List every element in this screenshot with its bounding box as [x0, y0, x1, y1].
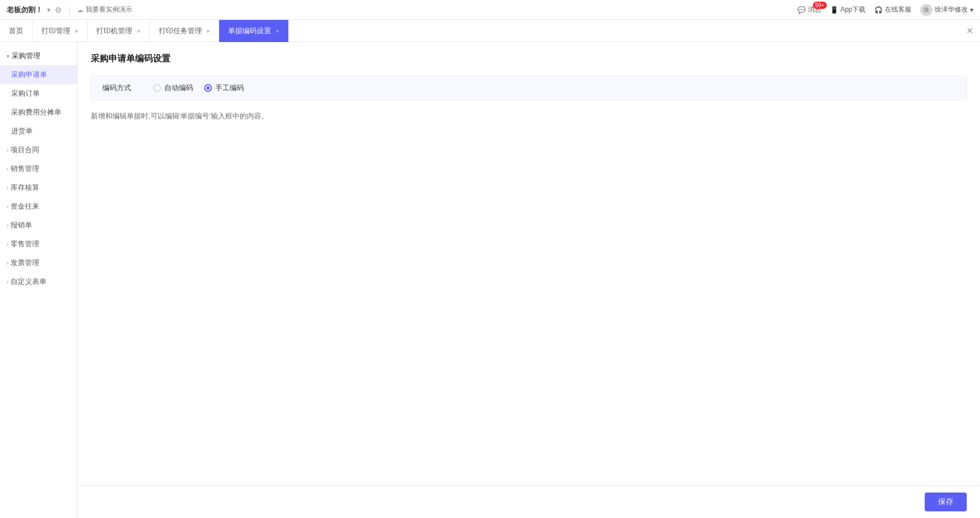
- expand-arrow-invoice: ›: [7, 260, 8, 266]
- sidebar-item-retail[interactable]: › 零售管理: [0, 235, 77, 253]
- sidebar-group-purchase: ▾ 采购管理 采购申请单 采购订单 采购费用分摊单 进货单: [0, 46, 77, 141]
- demo-link[interactable]: ☁ 我要看实例演示: [77, 5, 132, 14]
- username-text: 徐泽华修改: [935, 5, 968, 14]
- online-service-label: 在线客服: [885, 5, 911, 14]
- demo-text: 我要看实例演示: [86, 5, 132, 14]
- online-service-item[interactable]: 🎧 在线客服: [874, 5, 911, 14]
- tab-home[interactable]: 首页: [0, 20, 33, 42]
- page-content: 采购申请单编码设置 编码方式 自动编码 手工编码: [77, 42, 980, 485]
- message-badge: 99+: [813, 2, 827, 9]
- coding-section: 编码方式 自动编码 手工编码: [91, 76, 967, 100]
- sidebar-item-custom-form[interactable]: › 自定义表单: [0, 272, 77, 291]
- expand-arrow-inventory: ›: [7, 185, 8, 191]
- sidebar-item-inventory-label: 库存核算: [11, 183, 39, 193]
- radio-group: 自动编码 手工编码: [153, 83, 244, 93]
- sidebar-group-purchase-label: 采购管理: [12, 51, 40, 61]
- expand-arrow-sales: ›: [7, 166, 8, 172]
- main-content: 采购申请单编码设置 编码方式 自动编码 手工编码: [77, 42, 980, 518]
- tab-print-management[interactable]: 打印管理 ×: [33, 20, 87, 42]
- tab-printer-management-close[interactable]: ×: [137, 28, 140, 34]
- radio-manual-label: 手工编码: [215, 83, 244, 93]
- expand-arrow-project: ›: [7, 147, 8, 153]
- sidebar-item-invoice[interactable]: › 发票管理: [0, 253, 77, 272]
- tab-bar: 首页 打印管理 × 打印机管理 × 打印任务管理 × 单据编码设置 × ✕: [0, 20, 980, 42]
- user-dropdown-icon: ▾: [970, 6, 973, 14]
- radio-manual-circle: [204, 84, 212, 92]
- sidebar: ▾ 采购管理 采购申请单 采购订单 采购费用分摊单 进货单 › 项目合同 › 销…: [0, 42, 77, 518]
- save-button[interactable]: 保存: [925, 493, 967, 511]
- page-title: 采购申请单编码设置: [91, 53, 967, 65]
- top-bar-left: 老板勿割！ ▾ ⚙ | ☁ 我要看实例演示: [7, 5, 132, 15]
- sidebar-item-purchase-order[interactable]: 采购订单: [0, 84, 77, 103]
- radio-manual-code[interactable]: 手工编码: [204, 83, 244, 93]
- expand-arrow-reimbursement: ›: [7, 222, 8, 229]
- tab-print-management-close[interactable]: ×: [75, 28, 78, 34]
- tab-print-task[interactable]: 打印任务管理 ×: [150, 20, 219, 42]
- radio-auto-code[interactable]: 自动编码: [153, 83, 193, 93]
- sidebar-item-sales[interactable]: › 销售管理: [0, 159, 77, 178]
- sidebar-item-finance[interactable]: › 资金往来: [0, 197, 77, 216]
- sidebar-item-purchase-cost[interactable]: 采购费用分摊单: [0, 103, 77, 122]
- dropdown-icon[interactable]: ▾: [47, 6, 50, 14]
- sidebar-group-purchase-header[interactable]: ▾ 采购管理: [0, 46, 77, 65]
- tab-print-task-close[interactable]: ×: [206, 28, 210, 34]
- avatar: 徐: [920, 4, 932, 16]
- top-bar-right: 💬 消息 99+ 📱 App下载 🎧 在线客服 徐 徐泽华修改 ▾: [797, 4, 973, 16]
- sidebar-item-stock-in[interactable]: 进货单: [0, 122, 77, 141]
- collapse-arrow-purchase: ▾: [7, 53, 9, 59]
- tab-printer-management[interactable]: 打印机管理 ×: [87, 20, 149, 42]
- top-bar: 老板勿割！ ▾ ⚙ | ☁ 我要看实例演示 💬 消息 99+ 📱 App下载 🎧…: [0, 0, 980, 20]
- tab-print-task-label: 打印任务管理: [159, 26, 202, 36]
- phone-icon: 📱: [830, 6, 838, 14]
- sidebar-item-purchase-order-label: 采购订单: [11, 89, 40, 97]
- sidebar-item-purchase-cost-label: 采购费用分摊单: [11, 108, 61, 116]
- message-item[interactable]: 💬 消息 99+: [797, 5, 821, 14]
- description-text: 新增和编辑单据时,可以编辑'单据编号'输入框中的内容。: [91, 111, 967, 121]
- sidebar-item-retail-label: 零售管理: [11, 239, 39, 249]
- radio-auto-circle: [153, 84, 161, 92]
- expand-arrow-custom: ›: [7, 279, 8, 285]
- sidebar-item-finance-label: 资金往来: [11, 201, 39, 211]
- window-close-icon[interactable]: ✕: [966, 26, 973, 35]
- tab-code-setting-label: 单据编码设置: [228, 26, 271, 36]
- coding-label: 编码方式: [102, 83, 131, 93]
- page-footer: 保存: [77, 485, 980, 518]
- sidebar-item-reimbursement-label: 报销单: [11, 220, 32, 230]
- cloud-icon: ☁: [77, 6, 84, 14]
- tab-code-setting-close[interactable]: ×: [276, 28, 279, 34]
- sidebar-item-project-contract-label: 项目合同: [11, 145, 39, 155]
- app-download-item[interactable]: 📱 App下载: [830, 5, 865, 14]
- sidebar-item-project-contract[interactable]: › 项目合同: [0, 141, 77, 159]
- tab-home-label: 首页: [9, 26, 23, 36]
- user-item[interactable]: 徐 徐泽华修改 ▾: [920, 4, 973, 16]
- avatar-text: 徐: [924, 6, 929, 14]
- expand-arrow-finance: ›: [7, 204, 8, 210]
- gear-icon[interactable]: ⚙: [55, 6, 62, 14]
- message-icon: 💬: [797, 6, 806, 14]
- radio-auto-label: 自动编码: [164, 83, 193, 93]
- sidebar-item-purchase-request[interactable]: 采购申请单: [0, 65, 77, 84]
- tab-print-management-label: 打印管理: [42, 26, 70, 36]
- brand-text: 老板勿割！: [7, 5, 43, 15]
- layout: ▾ 采购管理 采购申请单 采购订单 采购费用分摊单 进货单 › 项目合同 › 销…: [0, 42, 980, 518]
- expand-arrow-retail: ›: [7, 241, 8, 247]
- sidebar-item-custom-form-label: 自定义表单: [11, 277, 46, 287]
- sidebar-item-stock-in-label: 进货单: [11, 127, 33, 135]
- tab-printer-management-label: 打印机管理: [96, 26, 132, 36]
- sidebar-item-sales-label: 销售管理: [11, 164, 39, 174]
- sidebar-item-purchase-request-label: 采购申请单: [11, 70, 47, 79]
- headset-icon: 🎧: [874, 6, 883, 14]
- sidebar-item-reimbursement[interactable]: › 报销单: [0, 216, 77, 235]
- sidebar-item-invoice-label: 发票管理: [11, 258, 39, 268]
- tab-code-setting[interactable]: 单据编码设置 ×: [219, 20, 288, 42]
- app-download-label: App下载: [841, 5, 865, 14]
- tab-bar-right: ✕: [966, 25, 980, 36]
- radio-manual-dot: [206, 86, 210, 90]
- sidebar-item-inventory[interactable]: › 库存核算: [0, 178, 77, 197]
